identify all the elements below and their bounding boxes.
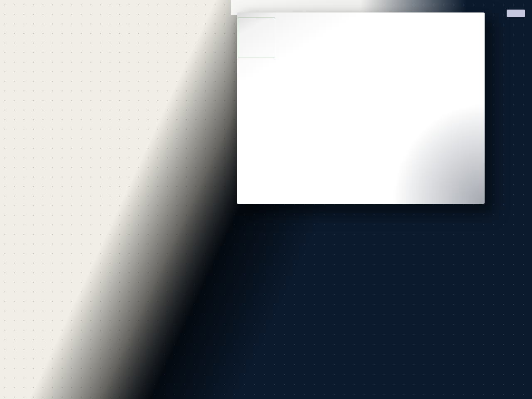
- mockup-panel: [237, 12, 485, 204]
- screenshot-canvas: [0, 0, 532, 399]
- scrollbar-thumb[interactable]: [507, 10, 525, 17]
- sheet-outline-ghost: [238, 17, 275, 57]
